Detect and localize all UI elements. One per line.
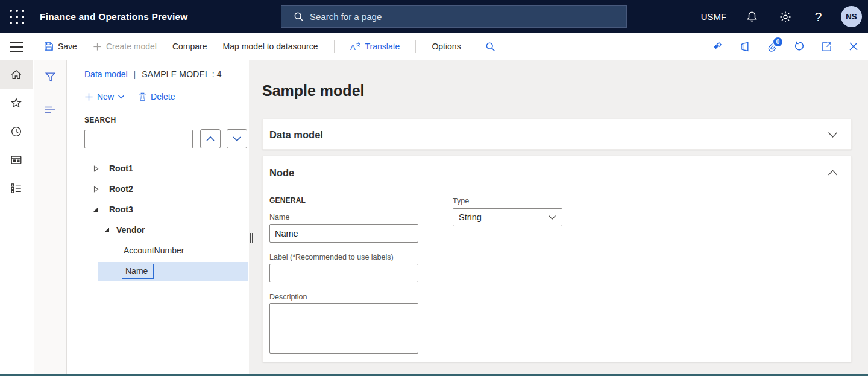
description-field[interactable] xyxy=(269,303,418,354)
rail-item-modules[interactable] xyxy=(0,174,33,202)
tree-search-input[interactable] xyxy=(84,130,193,148)
rail-item-recent[interactable] xyxy=(0,117,33,145)
gear-icon xyxy=(779,11,791,23)
application-window: Finance and Operations Preview USMF xyxy=(0,0,868,376)
tree-item-root1[interactable]: Root1 xyxy=(68,158,248,179)
section-data-model: Data model xyxy=(262,119,852,150)
section-data-model-header[interactable]: Data model xyxy=(263,119,851,150)
svg-text:A: A xyxy=(350,43,356,52)
pane-toolbar xyxy=(34,60,67,374)
page-search-box[interactable] xyxy=(281,5,627,28)
model-tree-panel: Data model | SAMPLE MODEL : 4 New Delete xyxy=(68,60,248,374)
collapsed-triangle-icon[interactable] xyxy=(92,186,99,193)
waffle-icon xyxy=(10,10,24,24)
expanded-triangle-icon[interactable] xyxy=(103,227,110,233)
collapsed-triangle-icon[interactable] xyxy=(92,165,99,172)
translate-icon: A xyxy=(350,42,361,51)
node-form: GENERAL Name Label (*Recommended to use … xyxy=(263,189,851,363)
search-icon xyxy=(294,11,304,22)
bottom-edge-bar xyxy=(0,374,868,376)
name-field[interactable] xyxy=(269,224,418,243)
notifications-button[interactable] xyxy=(735,0,769,33)
map-model-to-datasource-button[interactable]: Map model to datasource xyxy=(223,42,318,51)
label-field-label: Label (*Recommended to use labels) xyxy=(269,253,394,261)
compare-button[interactable]: Compare xyxy=(172,42,207,51)
attachments-button[interactable]: 0 xyxy=(767,42,777,52)
account-menu[interactable]: NS xyxy=(835,0,868,33)
chevron-down-icon xyxy=(118,94,125,100)
action-bar: Save Create model Compare Map model to d… xyxy=(33,33,868,60)
find-previous-button[interactable] xyxy=(200,129,221,148)
view-switch-button[interactable] xyxy=(712,41,723,52)
expand-navigation-button[interactable] xyxy=(0,33,33,60)
main-content: Sample model Data model Node GENERAL Nam… xyxy=(249,60,868,374)
type-dropdown-value: String xyxy=(459,212,482,222)
selected-row-highlight: Name xyxy=(98,262,248,281)
actionbar-search-button[interactable] xyxy=(485,42,495,52)
options-button[interactable]: Options xyxy=(432,42,461,51)
rail-item-home[interactable] xyxy=(0,60,33,89)
attachments-count-badge: 0 xyxy=(772,36,784,48)
expanded-triangle-icon[interactable] xyxy=(92,206,99,212)
label-field[interactable] xyxy=(269,264,418,282)
bell-icon xyxy=(746,11,758,22)
tree-search-row xyxy=(68,124,248,148)
list-lines-button[interactable] xyxy=(40,101,60,118)
description-field-label: Description xyxy=(269,293,307,301)
avatar: NS xyxy=(841,6,862,27)
company-selector[interactable]: USMF xyxy=(692,0,735,33)
close-button[interactable] xyxy=(849,42,858,51)
settings-button[interactable] xyxy=(769,0,802,33)
translate-button[interactable]: A Translate xyxy=(350,42,400,51)
section-node-header[interactable]: Node xyxy=(263,156,851,189)
selected-node-box[interactable]: Name xyxy=(122,264,154,279)
section-node: Node GENERAL Name Label (*Recommended to… xyxy=(262,156,852,362)
plus-icon xyxy=(93,42,102,51)
search-icon xyxy=(485,42,495,52)
diamonds-icon xyxy=(712,41,723,52)
chevron-down-icon xyxy=(232,136,242,142)
waffle-menu-button[interactable] xyxy=(0,0,33,33)
save-button[interactable]: Save xyxy=(44,42,77,51)
open-in-new-window-button[interactable] xyxy=(822,42,832,52)
pane-splitter-handle[interactable] xyxy=(250,233,254,244)
breadcrumb-separator: | xyxy=(128,69,142,79)
breadcrumb-data-model-link[interactable]: Data model xyxy=(84,69,128,79)
chevron-down-icon[interactable] xyxy=(828,132,838,138)
new-button[interactable]: New xyxy=(84,92,125,101)
top-navigation-bar: Finance and Operations Preview USMF xyxy=(0,0,868,33)
general-group-title: GENERAL xyxy=(269,196,306,205)
tree-item-name-selected[interactable]: Name xyxy=(68,261,248,281)
clock-icon xyxy=(10,126,22,138)
refresh-icon xyxy=(794,41,805,52)
open-in-office-button[interactable] xyxy=(740,42,750,52)
find-next-button[interactable] xyxy=(227,129,247,148)
tree-toolbar: New Delete xyxy=(68,79,248,101)
plus-icon xyxy=(84,92,93,101)
tree-item-accountnumber[interactable]: AccountNumber xyxy=(68,240,248,261)
chevron-up-icon[interactable] xyxy=(828,170,838,176)
app-title: Finance and Operations Preview xyxy=(40,11,187,22)
tree-item-root2[interactable]: Root2 xyxy=(68,179,248,199)
tree-item-vendor[interactable]: Vendor xyxy=(68,220,248,240)
help-button[interactable]: ? xyxy=(802,0,835,33)
rail-item-workspaces[interactable] xyxy=(0,145,33,174)
trash-icon xyxy=(138,92,147,101)
question-icon: ? xyxy=(815,10,822,24)
modules-icon xyxy=(10,182,22,194)
create-model-button[interactable]: Create model xyxy=(93,42,157,51)
chevron-down-icon xyxy=(548,215,556,220)
rail-item-favorites[interactable] xyxy=(0,89,33,117)
filter-button[interactable] xyxy=(40,69,60,86)
delete-button[interactable]: Delete xyxy=(138,92,175,101)
workspaces-icon xyxy=(10,154,22,166)
refresh-button[interactable] xyxy=(794,41,805,52)
type-field-label: Type xyxy=(453,197,469,205)
office-icon xyxy=(740,42,750,52)
type-dropdown[interactable]: String xyxy=(453,208,562,226)
breadcrumb-current: SAMPLE MODEL : 4 xyxy=(142,69,222,79)
tree-item-root3[interactable]: Root3 xyxy=(68,199,248,220)
page-search-input[interactable] xyxy=(310,11,599,22)
page-title: Sample model xyxy=(262,82,365,100)
divider xyxy=(415,40,416,53)
